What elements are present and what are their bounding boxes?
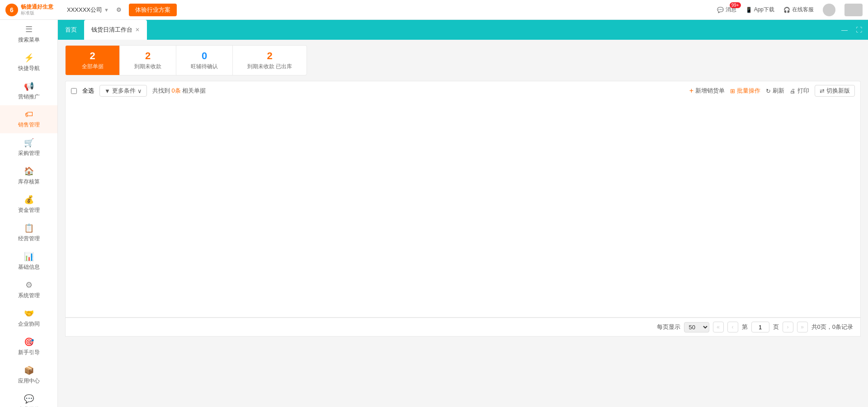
settings-button[interactable]: ⚙ <box>113 4 125 16</box>
finance-icon: 💰 <box>24 195 34 205</box>
toolbar-right: + 新增销货单 ⊞ 批量操作 ↻ 刷新 🖨 打印 ⇄ 切换新版 <box>689 85 855 97</box>
user-name-area[interactable] <box>844 4 863 16</box>
sidebar: ☰ 搜索菜单 ⚡ 快捷导航 📢 营销推广 🏷 销售管理 🛒 采购管理 🏠 库存核… <box>0 20 58 407</box>
sidebar-item-purchase[interactable]: 🛒 采购管理 <box>0 133 57 162</box>
system-icon: ⚙ <box>25 280 33 290</box>
inventory-icon: 🏠 <box>24 166 34 176</box>
message-item[interactable]: 💬 消息 99+ <box>717 6 736 14</box>
sales-icon: 🏷 <box>25 110 33 119</box>
sidebar-item-label: 库存核算 <box>18 178 40 186</box>
new-sale-button[interactable]: + 新增销货单 <box>689 87 725 95</box>
filter-button[interactable]: ▼ 更多条件 ∨ <box>99 85 147 97</box>
sidebar-item-label: 企业协同 <box>18 320 40 328</box>
sidebar-item-label: 采购管理 <box>18 150 40 157</box>
sidebar-item-label: 销售管理 <box>18 121 40 129</box>
per-page-label: 每页显示 <box>657 323 680 331</box>
first-page-button[interactable]: « <box>713 322 724 332</box>
main-area: 首页 钱货日清工作台 ✕ — ⛶ 2 全部单据 2 到期未收款 0 旺辅待确认 <box>58 20 868 407</box>
stats-tab-all[interactable]: 2 全部单据 <box>66 46 120 75</box>
sidebar-item-label: 基础信息 <box>18 263 40 271</box>
logo-title: 畅捷通好生意 <box>21 4 53 10</box>
tab-bar-actions: — ⛶ <box>839 24 868 35</box>
sidebar-item-label: 营销推广 <box>18 93 40 101</box>
sidebar-item-marketing[interactable]: 📢 营销推广 <box>0 77 57 105</box>
company-selector[interactable]: XXXXXX公司 ▼ <box>67 6 109 14</box>
batch-operation-button[interactable]: ⊞ 批量操作 <box>730 87 760 95</box>
stats-tab-overdue-out[interactable]: 2 到期未收款 已出库 <box>233 46 307 75</box>
select-all-checkbox[interactable] <box>71 88 77 94</box>
filter-label: 更多条件 <box>112 87 136 95</box>
print-label: 打印 <box>797 87 809 95</box>
sidebar-item-sales[interactable]: 🏷 销售管理 <box>0 105 57 133</box>
sidebar-item-label: 快捷导航 <box>18 65 40 72</box>
filter-icon: ▼ <box>104 88 110 94</box>
sidebar-item-inventory[interactable]: 🏠 库存核算 <box>0 162 57 190</box>
sidebar-item-basic-info[interactable]: 📊 基础信息 <box>0 247 57 276</box>
select-all-label: 全选 <box>82 87 94 95</box>
print-button[interactable]: 🖨 打印 <box>790 87 809 95</box>
batch-label: 批量操作 <box>737 87 760 95</box>
sidebar-item-label: 应用中心 <box>18 377 40 385</box>
tab-workbench[interactable]: 钱货日清工作台 ✕ <box>84 20 147 40</box>
stats-tab-overdue[interactable]: 2 到期未收款 <box>120 46 176 75</box>
sidebar-item-quick-nav[interactable]: ⚡ 快捷导航 <box>0 48 57 77</box>
batch-icon: ⊞ <box>730 88 735 94</box>
sidebar-item-label: 经营管理 <box>18 235 40 243</box>
logo-area: 6 畅捷通好生意 标准版 <box>5 4 63 16</box>
found-count: 0条 <box>172 87 181 94</box>
message-icon: 💬 <box>717 7 724 13</box>
logo-icon: 6 <box>5 4 18 16</box>
header-right: 💬 消息 99+ 📱 App下载 🎧 在线客服 <box>717 4 863 16</box>
logo-sub: 标准版 <box>21 10 53 16</box>
tab-workbench-label: 钱货日清工作台 <box>91 26 132 34</box>
sidebar-item-guide[interactable]: 🎯 新手引导 <box>0 332 57 361</box>
tab-home[interactable]: 首页 <box>58 20 84 40</box>
stats-all-label: 全部单据 <box>80 63 105 70</box>
sidebar-item-system[interactable]: ⚙ 系统管理 <box>0 276 57 304</box>
refresh-icon: ↻ <box>766 88 771 94</box>
filter-arrow: ∨ <box>137 88 142 94</box>
sidebar-item-operations[interactable]: 📋 经营管理 <box>0 219 57 247</box>
per-page-select[interactable]: 50 100 200 <box>684 322 709 332</box>
sidebar-item-search-menu[interactable]: ☰ 搜索菜单 <box>0 20 57 48</box>
tab-bar: 首页 钱货日清工作台 ✕ — ⛶ <box>58 20 868 40</box>
sidebar-item-apps[interactable]: 📦 应用中心 <box>0 361 57 389</box>
tab-close-icon[interactable]: ✕ <box>135 27 140 33</box>
stats-overdue-out-count: 2 <box>247 50 292 62</box>
avatar[interactable] <box>823 4 835 16</box>
total-info: 共0页，0条记录 <box>811 323 853 331</box>
online-service-icon: 🎧 <box>783 7 790 13</box>
tab-maximize-button[interactable]: ⛶ <box>854 24 864 35</box>
app-download-icon: 📱 <box>745 7 752 13</box>
stats-tab-wangwang[interactable]: 0 旺辅待确认 <box>176 46 233 75</box>
stats-overdue-count: 2 <box>134 50 161 62</box>
main-content: 2 全部单据 2 到期未收款 0 旺辅待确认 2 到期未收款 已出库 全选 ▼ … <box>58 40 868 407</box>
last-page-button[interactable]: » <box>797 322 808 332</box>
switch-version-button[interactable]: ⇄ 切换新版 <box>815 85 855 97</box>
next-page-button[interactable]: › <box>783 322 793 332</box>
online-service-item[interactable]: 🎧 在线客服 <box>783 6 814 14</box>
sidebar-item-enterprise[interactable]: 🤝 企业协同 <box>0 304 57 332</box>
trial-button[interactable]: 体验行业方案 <box>129 4 177 16</box>
sidebar-item-label: 新手引导 <box>18 349 40 356</box>
stats-wangwang-label: 旺辅待确认 <box>191 63 218 70</box>
empty-area <box>66 100 860 317</box>
tab-minimize-button[interactable]: — <box>839 24 850 35</box>
top-header: 6 畅捷通好生意 标准版 XXXXXX公司 ▼ ⚙ 体验行业方案 💬 消息 99… <box>0 0 868 20</box>
refresh-button[interactable]: ↻ 刷新 <box>766 87 784 95</box>
sidebar-item-wechat[interactable]: 💬 企业微信 <box>0 389 57 407</box>
page-suffix: 页 <box>773 323 779 331</box>
plus-icon: + <box>689 87 693 95</box>
app-download-label: App下载 <box>754 6 774 14</box>
switch-label: 切换新版 <box>826 87 850 95</box>
basic-info-icon: 📊 <box>24 252 34 262</box>
stats-wangwang-count: 0 <box>191 50 218 62</box>
app-download-item[interactable]: 📱 App下载 <box>745 6 774 14</box>
company-name: XXXXXX公司 <box>67 6 102 14</box>
page-input[interactable] <box>751 322 769 332</box>
purchase-icon: 🛒 <box>24 138 34 148</box>
prev-page-button[interactable]: ‹ <box>727 322 738 332</box>
sidebar-item-finance[interactable]: 💰 资金管理 <box>0 190 57 219</box>
stats-all-count: 2 <box>80 50 105 62</box>
apps-icon: 📦 <box>24 365 34 375</box>
